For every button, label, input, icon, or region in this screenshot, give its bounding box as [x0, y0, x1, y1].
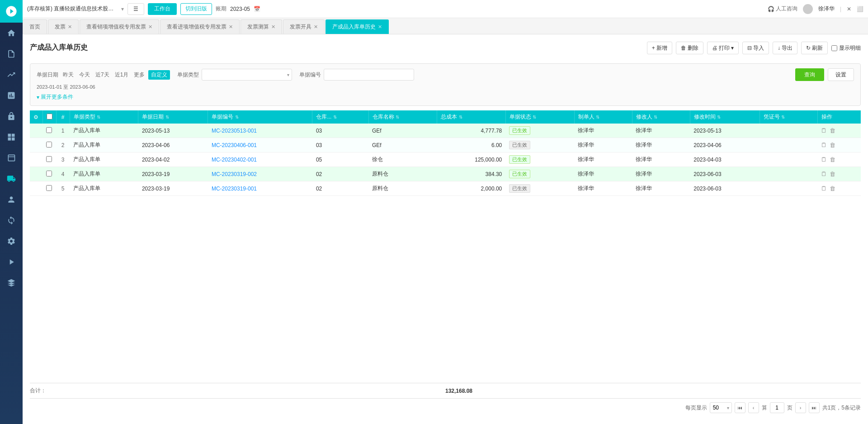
sidebar-item-analytics[interactable]: [0, 85, 23, 106]
first-page-button[interactable]: ⏮: [735, 402, 745, 413]
filter-number-input[interactable]: [324, 69, 414, 81]
number-link-1[interactable]: MC-20230406-001: [212, 142, 257, 148]
calendar-icon[interactable]: 📅: [254, 6, 260, 12]
switch-version-button[interactable]: 切到旧版: [180, 3, 212, 15]
action-icons-0: 🗒 🗑: [821, 127, 857, 134]
page-number-input[interactable]: [770, 402, 784, 413]
sidebar-item-play[interactable]: [0, 252, 23, 272]
row-checkbox-2[interactable]: [46, 156, 52, 162]
sidebar-item-home[interactable]: [0, 23, 23, 43]
cell-checkbox-1: [42, 138, 56, 152]
sidebar-item-person[interactable]: [0, 189, 23, 210]
per-page-select[interactable]: 50 100 200: [710, 402, 732, 413]
query-button[interactable]: 查询: [795, 68, 824, 81]
delete-action-4[interactable]: 🗑: [830, 185, 835, 192]
col-total-cost[interactable]: 总成本 ⇅: [437, 110, 505, 124]
filter-type-select[interactable]: 产品入库单: [202, 69, 292, 81]
export-button[interactable]: ↓ 导出: [773, 42, 797, 54]
tab-invoice[interactable]: 发票 ✕: [48, 19, 79, 34]
col-creator[interactable]: 制单人 ⇅: [574, 110, 632, 124]
tab-purchase-vat[interactable]: 查看进项增值税专用发票 ✕: [160, 19, 240, 34]
col-modifier[interactable]: 修改人 ⇅: [632, 110, 690, 124]
row-checkbox-4[interactable]: [46, 185, 52, 191]
tab-issue[interactable]: 发票开具 ✕: [283, 19, 325, 34]
col-modify-time[interactable]: 修改时间 ⇅: [690, 110, 760, 124]
filter-more[interactable]: 更多: [132, 70, 146, 80]
col-warehouse-code[interactable]: 仓库... ⇅: [312, 110, 368, 124]
page-label: 算: [762, 404, 767, 412]
filter-yesterday[interactable]: 昨天: [61, 70, 75, 80]
tab-close-invoice[interactable]: ✕: [68, 24, 72, 30]
tab-sales-vat[interactable]: 查看销项增值税专用发票 ✕: [80, 19, 159, 34]
tab-close-calc[interactable]: ✕: [271, 24, 275, 30]
delete-action-2[interactable]: 🗑: [830, 156, 835, 163]
col-date[interactable]: 单据日期 ⇅: [138, 110, 208, 124]
sidebar-item-settings[interactable]: [0, 231, 23, 252]
filter-1month[interactable]: 近1月: [113, 70, 131, 80]
row-checkbox-0[interactable]: [46, 127, 52, 133]
action-icons-4: 🗒 🗑: [821, 185, 857, 192]
doc-icon-btn[interactable]: ☰: [127, 3, 144, 15]
next-page-button[interactable]: ›: [795, 402, 806, 413]
workbench-button[interactable]: 工作台: [148, 3, 177, 15]
number-link-3[interactable]: MC-20230319-002: [212, 171, 257, 177]
filter-7days[interactable]: 近7天: [94, 70, 111, 80]
number-link-2[interactable]: MC-20230402-001: [212, 157, 257, 163]
col-number[interactable]: 单据编号 ⇅: [208, 110, 312, 124]
tab-calc[interactable]: 发票测算 ✕: [241, 19, 282, 34]
view-action-4[interactable]: 🗒: [821, 185, 827, 192]
col-voucher[interactable]: 凭证号 ⇅: [760, 110, 817, 124]
tab-close-issue[interactable]: ✕: [314, 24, 318, 30]
refresh-button[interactable]: ↻ 刷新: [801, 42, 828, 54]
view-action-3[interactable]: 🗒: [821, 171, 827, 177]
window-close-icon[interactable]: ✕: [847, 6, 851, 12]
show-detail-checkbox[interactable]: [831, 45, 837, 51]
delete-action-1[interactable]: 🗑: [830, 142, 835, 148]
show-detail-checkbox-label[interactable]: 显示明细: [831, 42, 861, 54]
expand-filter-button[interactable]: ▾ 展开更多条件: [37, 93, 854, 101]
row-checkbox-1[interactable]: [46, 142, 52, 148]
select-all-checkbox[interactable]: [47, 114, 52, 119]
settings-button[interactable]: 设置: [828, 68, 854, 81]
table-row: 4 产品入库单 2023-03-19 MC-20230319-002 02 原料…: [30, 167, 861, 181]
col-type[interactable]: 单据类型 ⇅: [70, 110, 138, 124]
sidebar-item-chart[interactable]: [0, 64, 23, 85]
filter-date-label: 单据日期: [37, 71, 58, 79]
prev-page-button[interactable]: ‹: [748, 402, 759, 413]
tab-home[interactable]: 首页: [23, 19, 47, 34]
new-button[interactable]: + 新增: [647, 42, 672, 54]
sidebar-item-refresh[interactable]: [0, 210, 23, 231]
col-status[interactable]: 单据状态 ⇅: [505, 110, 574, 124]
number-link-0[interactable]: MC-20230513-001: [212, 128, 257, 134]
col-settings[interactable]: ⚙: [30, 110, 42, 124]
row-checkbox-3[interactable]: [46, 171, 52, 176]
sidebar-item-lock[interactable]: [0, 106, 23, 127]
user-name[interactable]: 徐泽华: [818, 5, 835, 13]
cell-actions-0: 🗒 🗑: [817, 124, 861, 138]
tab-close-purchase-vat[interactable]: ✕: [229, 24, 233, 30]
sidebar-item-warehouse[interactable]: [0, 168, 23, 189]
number-link-4[interactable]: MC-20230319-001: [212, 186, 257, 192]
sidebar-item-v[interactable]: [0, 272, 23, 293]
sidebar-item-doc[interactable]: [0, 43, 23, 64]
tab-history[interactable]: 产成品入库单历史 ✕: [326, 19, 389, 34]
tab-close-sales-vat[interactable]: ✕: [148, 24, 152, 30]
import-button[interactable]: ⊟ 导入: [742, 42, 769, 54]
view-action-0[interactable]: 🗒: [821, 127, 827, 134]
filter-today[interactable]: 今天: [77, 70, 92, 80]
filter-custom[interactable]: 自定义: [148, 70, 170, 80]
window-maximize-icon[interactable]: ⬜: [857, 6, 863, 12]
delete-action-0[interactable]: 🗑: [830, 127, 835, 134]
view-action-2[interactable]: 🗒: [821, 156, 827, 163]
delete-action-3[interactable]: 🗑: [830, 171, 835, 177]
tab-close-history[interactable]: ✕: [378, 24, 382, 30]
sidebar-item-table[interactable]: [0, 148, 23, 168]
sidebar-item-grid[interactable]: [0, 127, 23, 148]
service-button[interactable]: 🎧 人工咨询: [768, 5, 797, 13]
view-action-1[interactable]: 🗒: [821, 142, 827, 148]
print-button[interactable]: 🖨 打印 ▾: [707, 42, 739, 54]
col-actions: 操作: [817, 110, 861, 124]
delete-button[interactable]: 🗑 删 删除 删除: [676, 42, 703, 54]
col-warehouse-name[interactable]: 仓库名称 ⇅: [368, 110, 437, 124]
last-page-button[interactable]: ⏭: [809, 402, 820, 413]
